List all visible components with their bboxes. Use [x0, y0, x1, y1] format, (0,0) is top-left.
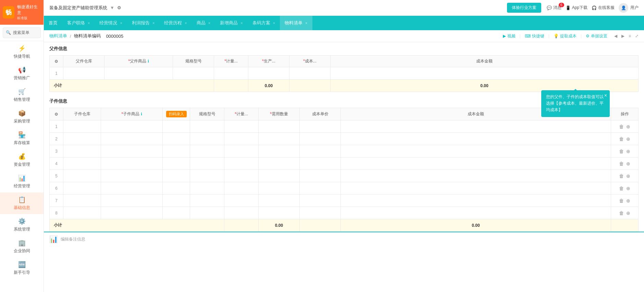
parent-unit-cell[interactable] [214, 67, 248, 80]
sidebar-item-sales[interactable]: 🛒 销售管理 [0, 84, 44, 106]
child-th-scan[interactable]: 扫码录入 [163, 108, 190, 120]
parent-th-gear[interactable]: ⚙ [50, 56, 63, 67]
system-title-text: 装备及固定资产辅助管理系统 [49, 5, 107, 11]
message-icon: 💬 [547, 5, 552, 10]
tab-barcode[interactable]: 条码方案 × [248, 16, 280, 30]
child-row1-spec[interactable] [190, 120, 224, 133]
tab-home[interactable]: 首页 [44, 16, 62, 30]
header-icons: 💬 消息 6 📱 App下载 🎧 在线客服 👤 用户 [547, 3, 639, 13]
sidebar-item-marketing[interactable]: 📢 营销推广 [0, 63, 44, 84]
child-row8-copy-button[interactable]: ⊕ [626, 210, 630, 216]
breadcrumb-item1[interactable]: 物料清单 [49, 33, 67, 39]
sidebar-item-system[interactable]: ⚙️ 系统管理 [0, 214, 44, 236]
child-row7-copy-button[interactable]: ⊕ [626, 198, 630, 203]
sidebar-item-finance[interactable]: 💰 资金管理 [0, 149, 44, 171]
single-settings-button[interactable]: ⚙ 单据设置 [586, 33, 607, 39]
tab-close-new-product[interactable]: × [240, 21, 243, 25]
fullscreen-icon[interactable]: ⤢ [635, 34, 639, 38]
child-row1-qty[interactable] [259, 120, 300, 133]
parent-product-cell[interactable] [104, 67, 173, 80]
extract-cost-button[interactable]: 💡 提取成本 [554, 33, 577, 39]
tab-close-operation-status[interactable]: × [120, 21, 122, 25]
nav-prev-icon[interactable]: ◀ [614, 34, 617, 38]
video-button[interactable]: ▶ 视频 [503, 33, 516, 39]
tab-close-profit-report[interactable]: × [152, 21, 154, 25]
shortcut-button[interactable]: ⌨ 快捷键 [525, 33, 544, 39]
child-th-product: *子件商品 ℹ [101, 108, 163, 120]
tab-close-customer[interactable]: × [88, 21, 90, 25]
tooltip-close-button[interactable]: × [604, 92, 607, 99]
tab-product[interactable]: 商品 × [192, 16, 215, 30]
child-th-warehouse: 子件仓库 [63, 108, 101, 120]
scan-input-button[interactable]: 扫码录入 [166, 111, 187, 117]
tab-bom[interactable]: 物料清单 × [280, 16, 312, 30]
child-th-unit-cost: 成本单价 [300, 108, 341, 120]
sidebar-item-guide[interactable]: 🆕 新手引导 [0, 257, 44, 279]
child-row6-copy-button[interactable]: ⊕ [626, 186, 630, 191]
child-row1-unit-cost[interactable] [300, 120, 341, 133]
tab-operation-status[interactable]: 经营情况 × [95, 16, 127, 30]
sidebar-header[interactable]: 畅 畅捷通好生意 标准版 [0, 0, 44, 25]
tab-customer[interactable]: 客户联络 × [62, 16, 95, 30]
parent-spec-cell[interactable] [173, 67, 214, 80]
sidebar-item-enterprise[interactable]: 🏢 企业协同 [0, 236, 44, 257]
system-dropdown-icon[interactable]: ▼ [110, 5, 114, 10]
child-th-gear[interactable]: ⚙ [50, 108, 63, 120]
sidebar-item-basic-info[interactable]: 📋 基础信息 [0, 192, 44, 214]
child-row3-copy-button[interactable]: ⊕ [626, 149, 630, 154]
child-row4-copy-button[interactable]: ⊕ [626, 161, 630, 166]
child-row6-delete-button[interactable]: 🗑 [619, 186, 624, 191]
tab-close-barcode[interactable]: × [273, 21, 275, 25]
finance-icon: 💰 [18, 153, 26, 160]
parent-table-row: 1 [50, 67, 639, 80]
parent-production-cell[interactable] [248, 67, 289, 80]
child-row1-copy-button[interactable]: ⊕ [626, 124, 630, 129]
child-row1-delete-button[interactable]: 🗑 [619, 124, 624, 129]
try-industry-button[interactable]: 体验行业方案 [507, 3, 541, 13]
child-row3-delete-button[interactable]: 🗑 [619, 149, 624, 154]
parent-warehouse-cell[interactable] [63, 67, 104, 80]
search-menu-button[interactable]: 🔍 搜索菜单 [3, 27, 41, 38]
child-row2-product[interactable] [101, 133, 163, 145]
tab-close-bom[interactable]: × [305, 21, 307, 25]
child-row1-unit[interactable] [224, 120, 259, 133]
sidebar-item-inventory[interactable]: 🏪 库存核算 [0, 128, 44, 149]
tab-close-operation-history[interactable]: × [185, 21, 187, 25]
search-icon: 🔍 [6, 30, 11, 35]
tab-profit-report[interactable]: 利润报告 × [127, 16, 159, 30]
expand-icon[interactable]: ≡ [629, 34, 631, 38]
child-row1-product[interactable] [101, 120, 163, 133]
tab-close-product[interactable]: × [208, 21, 210, 25]
sidebar-item-quick-nav[interactable]: ⚡ 快捷导航 [0, 41, 44, 63]
child-row7-delete-button[interactable]: 🗑 [619, 198, 624, 203]
child-row5-copy-button[interactable]: ⊕ [626, 173, 630, 179]
child-row2-copy-button[interactable]: ⊕ [626, 136, 630, 142]
child-row4-delete-button[interactable]: 🗑 [619, 161, 624, 166]
sidebar-item-operation[interactable]: 📊 经营管理 [0, 171, 44, 192]
settings-gear-icon[interactable]: ⚙ [117, 5, 121, 10]
child-row5-delete-button[interactable]: 🗑 [619, 173, 624, 179]
child-th-qty: *需用数量 [259, 108, 300, 120]
nav-next-icon[interactable]: ▶ [621, 34, 624, 38]
user-area[interactable]: 👤 用户 [619, 3, 639, 13]
child-subtotal-cost: 0.00 [341, 219, 611, 232]
child-th-unit: *计量... [224, 108, 259, 120]
app-download-button[interactable]: 📱 App下载 [566, 5, 587, 11]
sidebar-search-section: 🔍 搜索菜单 [0, 25, 44, 41]
child-row1-warehouse[interactable] [63, 120, 101, 133]
child-table-row: 7 🗑 ⊕ [50, 195, 639, 207]
tooltip-text: 您的父件、子件的成本取值可以选择【参考成本、最新进价、平均成本】 [546, 94, 604, 112]
guide-icon: 🆕 [18, 261, 26, 268]
tab-new-product[interactable]: 新增商品 × [215, 16, 247, 30]
tab-operation-history[interactable]: 经营历程 × [159, 16, 191, 30]
child-table-row: 2 🗑 ⊕ [50, 133, 639, 145]
sidebar-item-purchase[interactable]: 📦 采购管理 [0, 106, 44, 128]
child-row8-delete-button[interactable]: 🗑 [619, 210, 624, 216]
child-row2-delete-button[interactable]: 🗑 [619, 136, 624, 142]
message-button[interactable]: 💬 消息 6 [547, 5, 561, 11]
parent-cost-cell[interactable] [289, 67, 331, 80]
bottom-text[interactable]: 编辑备注信息 [61, 236, 85, 242]
child-row2-warehouse[interactable] [63, 133, 101, 145]
breadcrumb-item2: 物料清单编码 [74, 33, 101, 39]
online-service-button[interactable]: 🎧 在线客服 [592, 5, 615, 11]
